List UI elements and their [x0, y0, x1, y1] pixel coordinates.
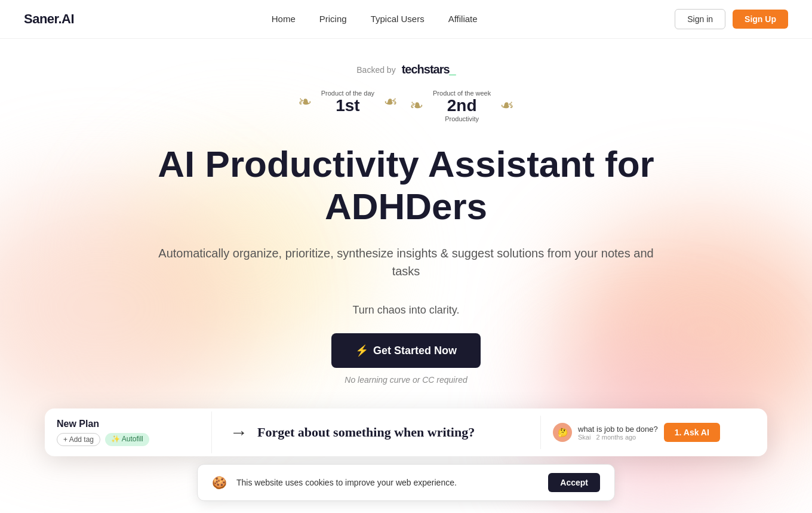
hero-subtext: Automatically organize, prioritize, synt…	[149, 244, 663, 280]
award-product-of-day: ❧ Product of the day 1st ❧	[298, 87, 398, 125]
avatar: 🤔	[553, 423, 572, 442]
laurel-left-icon: ❧	[298, 94, 312, 110]
preview-question-text: Forget about something when writing?	[257, 425, 475, 440]
hero-section: Backed by techstars_ ❧ Product of the da…	[0, 39, 812, 513]
app-preview-card: New Plan + Add tag ✨ Autofill → Forget a…	[45, 408, 767, 456]
preview-tags: + Add tag ✨ Autofill	[57, 433, 199, 446]
laurel-right-week-icon: ❧	[500, 97, 514, 114]
chat-content: what is job to be done? Skai 2 months ag…	[578, 425, 658, 441]
award-inner-week: Product of the week 2nd Productivity	[427, 87, 497, 125]
signin-button[interactable]: Sign in	[675, 9, 725, 29]
cookie-banner: 🍪 This website uses cookies to improve y…	[197, 464, 615, 501]
techstars-underscore: _	[450, 63, 456, 76]
preview-question-row: → Forget about something when writing?	[230, 422, 522, 443]
preview-plan-title: New Plan	[57, 419, 199, 429]
bolt-icon: ⚡	[355, 344, 368, 357]
chat-question: what is job to be done?	[578, 425, 658, 434]
chat-time: 2 months ago	[596, 434, 636, 441]
nav-actions: Sign in Sign Up	[675, 9, 788, 29]
award-laurel-week: ❧ Product of the week 2nd Productivity ❧	[410, 87, 514, 125]
cookie-accept-button[interactable]: Accept	[548, 473, 600, 492]
nav-link-home[interactable]: Home	[272, 14, 296, 24]
nav-link-affiliate[interactable]: Affiliate	[448, 14, 478, 24]
navbar: Saner.AI Home Pricing Typical Users Affi…	[0, 0, 812, 39]
preview-right-panel: 🤔 what is job to be done? Skai 2 months …	[540, 416, 767, 449]
cookie-emoji: 🍪	[212, 475, 227, 490]
add-tag-button[interactable]: + Add tag	[57, 433, 100, 446]
nav-link-typical-users[interactable]: Typical Users	[371, 14, 425, 24]
award-week-sub: Productivity	[445, 115, 479, 122]
ask-ai-button[interactable]: 1. Ask AI	[664, 423, 720, 442]
award-day-rank: 1st	[336, 97, 359, 115]
signup-button[interactable]: Sign Up	[733, 10, 788, 29]
cookie-text: This website uses cookies to improve you…	[236, 478, 539, 487]
chat-meta: Skai 2 months ago	[578, 434, 658, 441]
award-laurel-day: ❧ Product of the day 1st ❧	[298, 87, 398, 118]
autofill-tag[interactable]: ✨ Autofill	[105, 433, 149, 446]
backed-label: Backed by	[356, 65, 395, 75]
laurel-left-week-icon: ❧	[410, 97, 423, 114]
awards-section: ❧ Product of the day 1st ❧ ❧ Product of …	[298, 87, 515, 125]
chat-item: 🤔 what is job to be done? Skai 2 months …	[553, 423, 755, 442]
nav-link-pricing[interactable]: Pricing	[319, 14, 347, 24]
backed-by-section: Backed by techstars_	[356, 63, 455, 76]
arrow-icon: →	[230, 422, 248, 443]
award-week-rank: 2nd	[447, 97, 477, 115]
cta-label: Get Started Now	[373, 345, 457, 357]
award-inner-day: Product of the day 1st	[315, 87, 380, 118]
chat-user: Skai	[578, 434, 590, 441]
laurel-right-icon: ❧	[384, 94, 398, 110]
hero-headline: AI Productivity Assistant for ADHDers	[137, 143, 675, 228]
nav-logo[interactable]: Saner.AI	[24, 11, 74, 27]
cta-note: No learning curve or CC required	[345, 375, 467, 385]
techstars-logo: techstars_	[402, 63, 456, 76]
award-product-of-week: ❧ Product of the week 2nd Productivity ❧	[410, 87, 514, 125]
preview-left-panel: New Plan + Add tag ✨ Autofill	[45, 411, 212, 453]
preview-center-panel: → Forget about something when writing?	[212, 415, 540, 450]
cta-button[interactable]: ⚡ Get Started Now	[331, 333, 481, 368]
hero-tagline: Turn chaos into clarity.	[352, 304, 459, 317]
